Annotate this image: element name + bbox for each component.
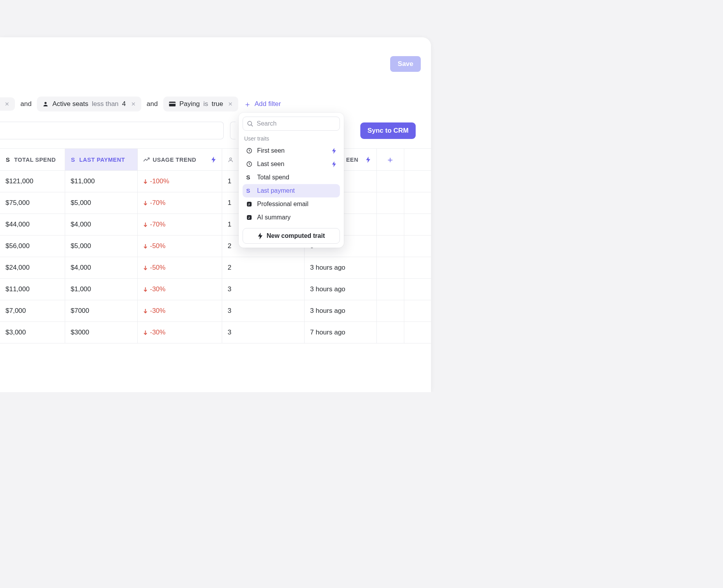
data-table: S Total Spend S Last Payment Usage Trend… bbox=[0, 148, 431, 343]
trait-option-total-spend[interactable]: STotal spend bbox=[243, 171, 340, 184]
sync-to-crm-button[interactable]: Sync to CRM bbox=[360, 122, 416, 139]
bolt-icon bbox=[332, 148, 336, 154]
trait-option-label: Last seen bbox=[257, 161, 284, 168]
cell-last-payment: $5,000 bbox=[65, 192, 138, 214]
svg-text:J: J bbox=[248, 203, 250, 206]
trait-option-label: Total spend bbox=[257, 174, 289, 181]
clock-icon bbox=[246, 148, 253, 154]
cell-seen: 3 hours ago bbox=[305, 300, 377, 321]
trait-option-ai-summary[interactable]: JAI summary bbox=[243, 211, 340, 224]
col-last-payment[interactable]: S Last Payment bbox=[65, 149, 138, 170]
trait-option-label: AI summary bbox=[257, 214, 290, 221]
stripe-icon: S bbox=[71, 157, 76, 163]
main-panel: Save ✕ and Active seats less than 4 ✕ an… bbox=[0, 37, 431, 392]
chip-label: Paying bbox=[179, 100, 200, 108]
table-row[interactable]: $44,000$4,000-70%1o bbox=[0, 214, 431, 236]
trait-option-label: Professional email bbox=[257, 201, 309, 208]
table-row[interactable]: $24,000$4,000-50%23 hours ago bbox=[0, 257, 431, 279]
adjacent-control-outline[interactable] bbox=[230, 122, 236, 139]
table-row[interactable]: $56,000$5,000-50%2o bbox=[0, 236, 431, 257]
filter-chip-active-seats[interactable]: Active seats less than 4 ✕ bbox=[37, 97, 141, 111]
cell-seen: 3 hours ago bbox=[305, 279, 377, 300]
cell-count: 3 bbox=[222, 279, 305, 300]
cell-total-spend: $121,000 bbox=[0, 171, 65, 192]
cell-empty bbox=[377, 192, 404, 214]
close-icon[interactable]: ✕ bbox=[228, 101, 233, 107]
add-filter-button[interactable]: ＋ Add filter bbox=[244, 100, 281, 108]
cell-usage-trend: -30% bbox=[138, 322, 222, 343]
cell-last-payment: $4,000 bbox=[65, 214, 138, 235]
plus-icon: ＋ bbox=[244, 100, 251, 108]
badge-icon: J bbox=[246, 214, 253, 221]
trait-option-last-payment[interactable]: SLast payment bbox=[243, 184, 340, 197]
filter-bar: ✕ and Active seats less than 4 ✕ and Pay… bbox=[0, 96, 431, 112]
cell-usage-trend: -50% bbox=[138, 257, 222, 278]
cell-last-payment: $1,000 bbox=[65, 279, 138, 300]
table-row[interactable]: $11,000$1,000-30%33 hours ago bbox=[0, 279, 431, 300]
cell-total-spend: $7,000 bbox=[0, 300, 65, 321]
new-computed-trait-button[interactable]: New computed trait bbox=[243, 228, 340, 244]
svg-line-15 bbox=[251, 124, 253, 126]
cell-usage-trend: -70% bbox=[138, 214, 222, 235]
cell-empty bbox=[377, 257, 404, 278]
cell-usage-trend: -30% bbox=[138, 279, 222, 300]
svg-point-5 bbox=[230, 158, 232, 160]
stripe-icon: S bbox=[246, 174, 253, 181]
cell-total-spend: $24,000 bbox=[0, 257, 65, 278]
close-icon[interactable]: ✕ bbox=[131, 101, 136, 107]
svg-point-14 bbox=[248, 121, 252, 125]
filter-joiner: and bbox=[147, 100, 158, 108]
trait-option-professional-email[interactable]: JProfessional email bbox=[243, 197, 340, 211]
trait-option-label: First seen bbox=[257, 147, 285, 154]
chip-op: is bbox=[203, 100, 208, 108]
cell-last-payment: $4,000 bbox=[65, 257, 138, 278]
cell-usage-trend: -70% bbox=[138, 192, 222, 214]
popover-section-title: User traits bbox=[244, 135, 338, 142]
trait-option-first-seen[interactable]: First seen bbox=[243, 144, 340, 157]
col-usage-trend[interactable]: Usage Trend bbox=[138, 149, 222, 170]
trait-option-label: Last payment bbox=[257, 187, 295, 194]
svg-point-0 bbox=[45, 102, 47, 104]
cell-usage-trend: -100% bbox=[138, 171, 222, 192]
cell-total-spend: $56,000 bbox=[0, 236, 65, 257]
person-icon bbox=[42, 101, 49, 107]
add-filter-label: Add filter bbox=[254, 100, 281, 108]
col-total-spend[interactable]: S Total Spend bbox=[0, 149, 65, 170]
svg-text:S: S bbox=[6, 157, 10, 163]
search-placeholder: Search bbox=[257, 120, 277, 127]
bolt-icon bbox=[257, 233, 263, 239]
stripe-icon: S bbox=[246, 188, 253, 194]
bolt-icon bbox=[332, 161, 336, 167]
cell-usage-trend: -50% bbox=[138, 236, 222, 257]
add-column-button[interactable]: ＋ bbox=[377, 149, 404, 170]
trend-icon bbox=[143, 157, 150, 162]
chip-label: Active seats bbox=[52, 100, 88, 108]
close-icon[interactable]: ✕ bbox=[5, 101, 9, 107]
chip-value: true bbox=[212, 100, 223, 108]
cell-total-spend: $75,000 bbox=[0, 192, 65, 214]
table-row[interactable]: $75,000$5,000-70%1 bbox=[0, 192, 431, 214]
filter-chip-paying[interactable]: Paying is true ✕ bbox=[163, 97, 239, 111]
svg-text:S: S bbox=[71, 157, 75, 163]
filter-joiner: and bbox=[20, 100, 31, 108]
table-header: S Total Spend S Last Payment Usage Trend… bbox=[0, 149, 431, 171]
svg-rect-1 bbox=[169, 102, 176, 106]
bolt-icon bbox=[365, 157, 371, 163]
trait-picker-popover: Search User traits First seenLast seenST… bbox=[239, 113, 344, 248]
card-icon bbox=[169, 101, 176, 107]
search-input-outline[interactable] bbox=[0, 122, 224, 139]
person-icon bbox=[228, 157, 234, 163]
table-row[interactable]: $7,000$7000-30%33 hours ago bbox=[0, 300, 431, 322]
cell-empty bbox=[377, 279, 404, 300]
cell-last-payment: $5,000 bbox=[65, 236, 138, 257]
save-button[interactable]: Save bbox=[390, 56, 421, 72]
trait-option-last-seen[interactable]: Last seen bbox=[243, 157, 340, 171]
table-row[interactable]: $3,000$3000-30%37 hours ago bbox=[0, 322, 431, 343]
cell-count: 3 bbox=[222, 300, 305, 321]
table-row[interactable]: $121,000$11,000-100%1 bbox=[0, 171, 431, 192]
cell-count: 3 bbox=[222, 322, 305, 343]
trait-search-input[interactable]: Search bbox=[243, 117, 340, 131]
cell-last-payment: $11,000 bbox=[65, 171, 138, 192]
cell-count: 2 bbox=[222, 257, 305, 278]
filter-chip-partial[interactable]: ✕ bbox=[0, 97, 15, 111]
